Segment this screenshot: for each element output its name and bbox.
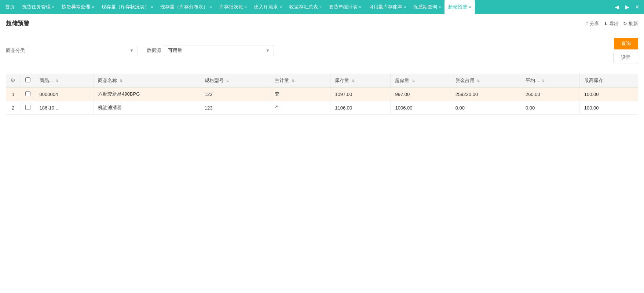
- select-all-checkbox[interactable]: [25, 77, 30, 82]
- query-button[interactable]: 查询: [614, 38, 638, 49]
- nav-stock-status[interactable]: 现存量（库存状况表） ×: [98, 0, 157, 14]
- row-num-1: 1: [6, 88, 21, 101]
- row-spec-2: 123: [200, 101, 270, 115]
- row-avg-1: 260.00: [521, 88, 580, 101]
- nav-arrows: ◀ ▶ ✕: [612, 0, 643, 14]
- category-filter: 商品分类 ▼: [6, 46, 138, 55]
- datasource-label: 数据源: [147, 47, 161, 54]
- col-stock[interactable]: 库存量 ⇅: [330, 74, 391, 88]
- nav-inout-flow[interactable]: 出入库流水 ×: [250, 0, 285, 14]
- col-overstock[interactable]: 超储量 ⇅: [391, 74, 451, 88]
- datasource-value: 可用量: [168, 47, 182, 54]
- row-unit-2: 个: [270, 101, 330, 115]
- close-tab-10[interactable]: ×: [439, 5, 441, 9]
- nav-quality[interactable]: 保质期查询 ×: [410, 0, 444, 14]
- table-row: 1 0000004 六配套新昌490BPG 123 套 1097.00 997.…: [6, 88, 638, 101]
- sort-capital-icon: ⇅: [477, 79, 480, 83]
- col-max-stock: 最高库存: [579, 74, 638, 88]
- category-label: 商品分类: [6, 47, 25, 54]
- row-max-stock-2: 100.00: [579, 101, 638, 115]
- nav-demand[interactable]: 要货单统计表 ×: [325, 0, 365, 14]
- filter-area: 商品分类 ▼ 数据源 可用量 ▼ 查询 设置: [6, 33, 638, 68]
- share-icon: ⤴: [586, 21, 588, 26]
- row-product-code-1: 0000004: [35, 88, 94, 101]
- top-navigation: 首页 拣货任务管理 × 拣货异常处理 × 现存量（库存状况表） × 现存量（库存…: [0, 0, 644, 14]
- datasource-select[interactable]: 可用量 ▼: [164, 45, 274, 56]
- table-header-row: ⚙ 商品... ⇅ 商品名称 ⇅ 规格型号 ⇅ 主计量 ⇅ 库: [6, 74, 638, 88]
- row-stock-1: 1097.00: [330, 88, 391, 101]
- row-avg-2: 0.00: [521, 101, 580, 115]
- row-checkbox-1: [21, 88, 35, 101]
- nav-home[interactable]: 首页: [1, 0, 18, 14]
- data-table: ⚙ 商品... ⇅ 商品名称 ⇅ 规格型号 ⇅ 主计量 ⇅ 库: [6, 74, 638, 115]
- col-settings: ⚙: [6, 74, 21, 88]
- col-unit[interactable]: 主计量 ⇅: [270, 74, 330, 88]
- refresh-button[interactable]: ↻ 刷新: [623, 21, 638, 27]
- col-checkbox: [21, 74, 35, 88]
- main-content: 超储预警 ⤴ 分享 ⬇ 导出 ↻ 刷新 商品分类 ▼ 数据源: [0, 14, 644, 293]
- row-unit-1: 套: [270, 88, 330, 101]
- close-tab-3[interactable]: ×: [151, 5, 153, 9]
- close-tab-2[interactable]: ×: [92, 5, 94, 9]
- row-overstock-1: 997.00: [391, 88, 451, 101]
- nav-close-all[interactable]: ✕: [632, 0, 643, 14]
- close-tab-1[interactable]: ×: [52, 5, 54, 9]
- category-dropdown-arrow: ▼: [129, 48, 134, 53]
- row-num-2: 2: [6, 101, 21, 115]
- close-tab-5[interactable]: ×: [245, 5, 247, 9]
- sort-avg-icon: ⇅: [541, 79, 544, 83]
- sort-spec-icon: ⇅: [226, 79, 229, 83]
- nav-batch[interactable]: 库存批次账 ×: [216, 0, 250, 14]
- close-tab-4[interactable]: ×: [209, 5, 212, 9]
- category-select[interactable]: ▼: [28, 46, 138, 55]
- nav-summary[interactable]: 收发存汇总表 ×: [286, 0, 325, 14]
- row-select-1[interactable]: [25, 91, 30, 96]
- nav-overstock[interactable]: 超储预警 ×: [444, 0, 475, 14]
- row-product-name-1: 六配套新昌490BPG: [94, 88, 200, 101]
- row-checkbox-2: [21, 101, 35, 115]
- sort-overstock-icon: ⇅: [412, 79, 415, 83]
- nav-left-arrow[interactable]: ◀: [612, 0, 622, 14]
- nav-right-arrow[interactable]: ▶: [622, 0, 632, 14]
- col-avg[interactable]: 平均... ⇅: [521, 74, 580, 88]
- page-header: 超储预警 ⤴ 分享 ⬇ 导出 ↻ 刷新: [6, 20, 638, 27]
- close-tab-8[interactable]: ×: [359, 5, 361, 9]
- table-row: 2 186-10... 机油滤清器 123 个 1106.00 1006.00 …: [6, 101, 638, 115]
- row-max-stock-1: 100.00: [579, 88, 638, 101]
- nav-available[interactable]: 可用量库存账本 ×: [365, 0, 410, 14]
- row-select-2[interactable]: [25, 105, 30, 110]
- datasource-dropdown-arrow: ▼: [266, 48, 270, 53]
- settings-button[interactable]: 设置: [613, 52, 638, 63]
- nav-exception[interactable]: 拣货异常处理 ×: [58, 0, 98, 14]
- col-spec[interactable]: 规格型号 ⇅: [200, 74, 270, 88]
- close-tab-11[interactable]: ×: [469, 5, 471, 9]
- filter-buttons: 查询 设置: [613, 38, 638, 63]
- row-stock-2: 1106.00: [330, 101, 391, 115]
- sort-product-code-icon: ⇅: [55, 79, 58, 83]
- header-actions: ⤴ 分享 ⬇ 导出 ↻ 刷新: [586, 21, 638, 27]
- sort-product-name-icon: ⇅: [120, 79, 122, 83]
- close-tab-9[interactable]: ×: [404, 5, 406, 9]
- refresh-icon: ↻: [623, 21, 627, 26]
- datasource-filter: 数据源 可用量 ▼: [147, 45, 274, 56]
- sort-stock-icon: ⇅: [352, 79, 355, 83]
- nav-task-mgmt[interactable]: 拣货任务管理 ×: [18, 0, 58, 14]
- row-capital-2: 0.00: [451, 101, 521, 115]
- row-spec-1: 123: [200, 88, 270, 101]
- nav-stock-dist[interactable]: 现存量（库存分布表） ×: [157, 0, 215, 14]
- export-icon: ⬇: [604, 21, 608, 26]
- page-title: 超储预警: [6, 20, 29, 27]
- sort-unit-icon: ⇅: [292, 79, 294, 83]
- row-capital-1: 259220.00: [451, 88, 521, 101]
- row-product-code-2: 186-10...: [35, 101, 94, 115]
- col-product-name[interactable]: 商品名称 ⇅: [94, 74, 200, 88]
- close-tab-6[interactable]: ×: [279, 5, 282, 9]
- gear-icon[interactable]: ⚙: [10, 77, 15, 84]
- close-tab-7[interactable]: ×: [319, 5, 322, 9]
- col-capital[interactable]: 资金占用 ⇅: [451, 74, 521, 88]
- row-product-name-2: 机油滤清器: [94, 101, 200, 115]
- row-overstock-2: 1006.00: [391, 101, 451, 115]
- col-product-code[interactable]: 商品... ⇅: [35, 74, 94, 88]
- share-button[interactable]: ⤴ 分享: [586, 21, 599, 27]
- export-button[interactable]: ⬇ 导出: [604, 21, 619, 27]
